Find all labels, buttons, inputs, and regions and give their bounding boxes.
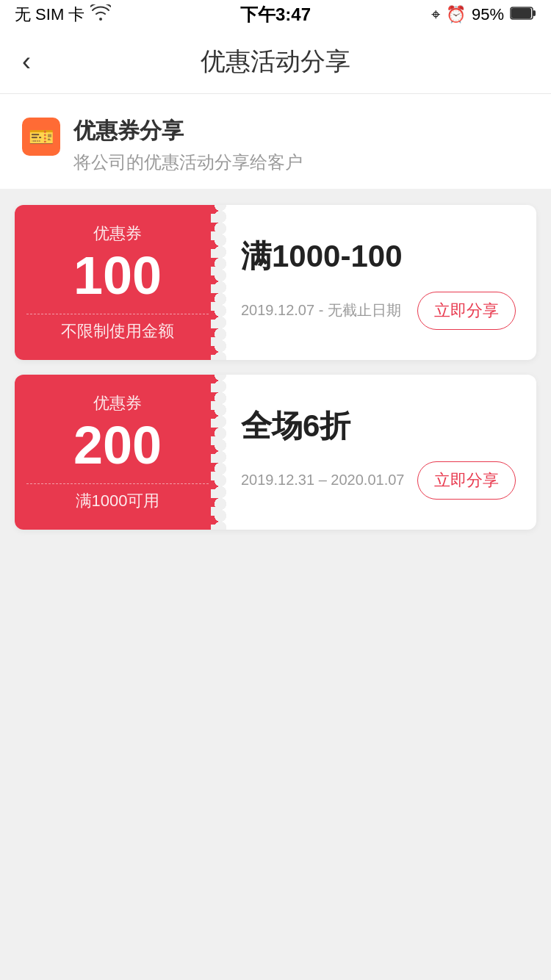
coupon-title-2: 全场6折 (241, 406, 516, 447)
share-button-2[interactable]: 立即分享 (417, 461, 516, 500)
coupon-amount-1: 100 (73, 249, 162, 302)
section-header: 🎫 优惠券分享 将公司的优惠活动分享给客户 (0, 94, 551, 189)
coupon-divider-2 (26, 483, 209, 484)
nav-title: 优惠活动分享 (201, 45, 350, 79)
back-button[interactable]: ‹ (22, 46, 31, 77)
coupon-left-2: 优惠券 200 满1000可用 (15, 375, 220, 530)
battery-percent: 95% (472, 5, 504, 24)
coupon-card-1: 优惠券 100 不限制使用金额 满1000-100 2019.12.07 - 无… (15, 205, 536, 360)
section-subtitle: 将公司的优惠活动分享给客户 (73, 151, 303, 174)
coupon-left-1: 优惠券 100 不限制使用金额 (15, 205, 220, 360)
svg-rect-2 (511, 8, 531, 18)
coupon-list: 优惠券 100 不限制使用金额 满1000-100 2019.12.07 - 无… (0, 190, 551, 544)
coupon-label-2: 优惠券 (93, 392, 142, 414)
battery-icon (510, 5, 536, 24)
coupon-bottom-1: 2019.12.07 - 无截止日期 立即分享 (241, 292, 516, 330)
status-time: 下午3:47 (240, 3, 311, 26)
status-right: ⌖ ⏰ 95% (431, 5, 536, 24)
share-button-1[interactable]: 立即分享 (417, 292, 516, 330)
empty-area (0, 544, 551, 980)
coupon-card-2: 优惠券 200 满1000可用 全场6折 2019.12.31 – 2020.0… (15, 375, 536, 530)
sim-label: 无 SIM 卡 (15, 4, 84, 26)
coupon-amount-2: 200 (73, 419, 162, 472)
wifi-icon (90, 4, 111, 25)
coupon-condition-1: 不限制使用金额 (61, 320, 174, 342)
coupon-date-2: 2019.12.31 – 2020.01.07 (241, 472, 408, 489)
status-bar: 无 SIM 卡 下午3:47 ⌖ ⏰ 95% (0, 0, 551, 29)
coupon-date-1: 2019.12.07 - 无截止日期 (241, 300, 408, 320)
coupon-right-1: 满1000-100 2019.12.07 - 无截止日期 立即分享 (220, 205, 536, 360)
section-title: 优惠券分享 (73, 116, 303, 146)
nav-bar: ‹ 优惠活动分享 (0, 29, 551, 94)
section-icon: 🎫 (22, 118, 60, 156)
location-icon: ⌖ (431, 5, 440, 24)
alarm-icon: ⏰ (446, 5, 466, 24)
coupon-bottom-2: 2019.12.31 – 2020.01.07 立即分享 (241, 461, 516, 500)
coupon-right-2: 全场6折 2019.12.31 – 2020.01.07 立即分享 (220, 375, 536, 530)
svg-rect-1 (533, 10, 536, 16)
coupon-label-1: 优惠券 (93, 223, 142, 245)
coupon-divider-1 (26, 314, 209, 314)
coupon-icon: 🎫 (29, 125, 54, 149)
status-left: 无 SIM 卡 (15, 4, 111, 26)
coupon-condition-2: 满1000可用 (76, 490, 160, 512)
section-text: 优惠券分享 将公司的优惠活动分享给客户 (73, 116, 303, 174)
coupon-title-1: 满1000-100 (241, 236, 516, 277)
